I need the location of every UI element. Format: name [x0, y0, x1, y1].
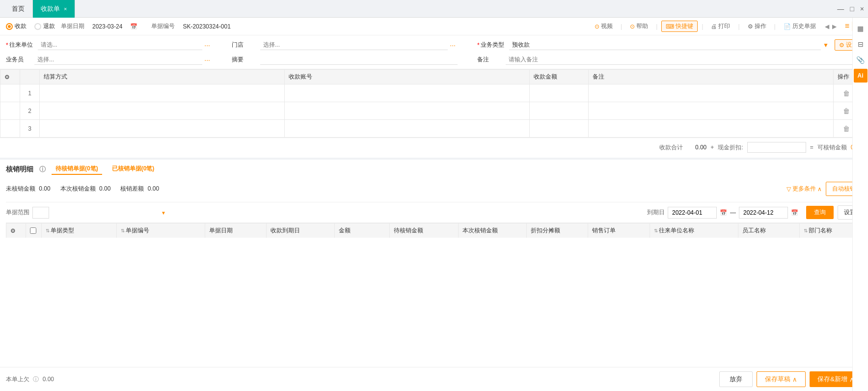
draft-btn[interactable]: 保存草稿 ∧	[757, 371, 806, 387]
print-btn[interactable]: 🖨 打印	[707, 21, 734, 31]
summary-input[interactable]	[260, 55, 458, 65]
amount-header: 收款金额	[530, 70, 589, 84]
pending-tab[interactable]: 待核销单据(0笔)	[52, 164, 102, 175]
next-arrow[interactable]: ▶	[831, 23, 838, 30]
video-icon: ⊙	[595, 23, 599, 30]
delete-row-2-icon[interactable]: 🗑	[843, 107, 850, 115]
verify-table-header: ⚙ ⇅ 单据类型 ⇅ 单据编号 单据日期 收款到期日 金额 待核销金额 本次核销…	[6, 223, 862, 238]
biz-type-input[interactable]	[509, 40, 821, 50]
staff-input[interactable]	[34, 55, 202, 65]
verify-th-current: 本次核销金额	[459, 223, 527, 238]
note-input-2[interactable]	[589, 102, 833, 119]
tab-close-icon[interactable]: ×	[64, 6, 67, 12]
verify-th-checkbox[interactable]	[26, 223, 42, 238]
verify-th-discount: 折扣分摊额	[527, 223, 589, 238]
radio-receipt-circle	[6, 23, 13, 30]
amount-input-2[interactable]	[530, 102, 588, 119]
verify-th-gear[interactable]: ⚙	[6, 223, 26, 238]
delete-row-3-icon[interactable]: 🗑	[843, 125, 850, 133]
range-select[interactable]	[32, 207, 49, 219]
settlement-input-1[interactable]	[40, 84, 284, 102]
receipt-table-section: ⚙ 结算方式 收款账号 收款金额 备注 操作	[0, 69, 868, 158]
verify-th-pending: 待核销金额	[390, 223, 458, 238]
account-input-3[interactable]	[285, 120, 529, 137]
delete-row-1-icon[interactable]: 🗑	[843, 89, 850, 97]
video-btn[interactable]: ⊙ 视频	[591, 21, 617, 31]
note-input-1[interactable]	[589, 84, 833, 102]
settlement-input-2[interactable]	[40, 102, 284, 119]
abandon-btn[interactable]: 放弃	[719, 371, 753, 387]
maximize-button[interactable]: □	[850, 5, 854, 13]
amount-input-1[interactable]	[530, 84, 588, 102]
date-to-input[interactable]	[739, 207, 788, 219]
due-date-label: 到期日	[647, 208, 665, 217]
note-input[interactable]	[506, 55, 862, 65]
prev-value: 0.00	[43, 376, 54, 383]
date-from-cal-icon[interactable]: 📅	[720, 209, 727, 216]
info-icon: ⓘ	[33, 376, 39, 383]
equals-sign: =	[810, 144, 814, 151]
radio-refund[interactable]: 退款	[34, 22, 55, 30]
sidebar-ai-icon[interactable]: Ai	[854, 69, 868, 83]
note-label: 备注	[477, 56, 502, 64]
table-row: 1 🗑 ⊕	[0, 84, 868, 102]
amount-input-3[interactable]	[530, 120, 588, 137]
partner-input[interactable]	[38, 40, 203, 50]
tab-receipt[interactable]: 收款单 ×	[33, 0, 75, 18]
range-select-wrapper	[32, 207, 170, 219]
query-btn[interactable]: 查询	[806, 206, 834, 219]
store-more-btn[interactable]: ···	[448, 41, 458, 49]
history-icon: 📄	[784, 23, 791, 30]
tab-bar: 首页 收款单 × — □ ×	[0, 0, 868, 18]
verify-info-icon[interactable]: ⓘ	[39, 165, 46, 174]
sidebar-layout-icon[interactable]: ⊟	[854, 37, 868, 51]
list-view-btn[interactable]: ≡	[843, 22, 851, 31]
account-header: 收款账号	[285, 70, 530, 84]
store-input[interactable]	[260, 40, 448, 50]
account-input-1[interactable]	[285, 84, 529, 102]
discount-input[interactable]	[747, 142, 806, 153]
close-button[interactable]: ×	[860, 5, 864, 13]
print-icon: 🖨	[711, 23, 717, 30]
settlement-input-3[interactable]	[40, 120, 284, 137]
tab-home[interactable]: 首页	[4, 0, 33, 18]
partner-more-btn[interactable]: ···	[202, 41, 212, 49]
filter-row: 单据范围 到期日 📅 — 📅 查询 设置	[6, 202, 862, 223]
verify-stats: 未核销金额 0.00 本次核销金额 0.00 核销差额 0.00 ▽ 更多条件 …	[6, 179, 862, 199]
partner-label: 往来单位	[9, 41, 34, 49]
staff-more-btn[interactable]: ···	[202, 56, 212, 64]
shortcut-btn[interactable]: ⌨ 快捷键	[661, 21, 698, 32]
receipt-table: ⚙ 结算方式 收款账号 收款金额 备注 操作	[0, 69, 868, 138]
done-tab[interactable]: 已核销单据(0笔)	[108, 164, 159, 175]
operations-icon: ⚙	[748, 23, 753, 30]
table-gear-header[interactable]: ⚙	[0, 70, 20, 84]
verify-th-sales-order: 销售订单	[588, 223, 650, 238]
draft-dropdown-icon[interactable]: ∧	[792, 376, 797, 383]
sidebar-attach-icon[interactable]: 📎	[854, 53, 868, 67]
main-container: 收款 退款 单据日期 2023-03-24 📅 单据编号 SK-20230324…	[0, 18, 868, 391]
date-picker-icon[interactable]: 📅	[130, 23, 137, 30]
toolbar-row: 收款 退款 单据日期 2023-03-24 📅 单据编号 SK-20230324…	[0, 18, 868, 35]
biz-type-dropdown-icon[interactable]: ▼	[821, 42, 831, 49]
date-to-cal-icon[interactable]: 📅	[791, 209, 798, 216]
plus-sign: +	[710, 144, 714, 151]
history-btn[interactable]: 📄 历史单据	[780, 21, 820, 31]
operations-btn[interactable]: ⚙ 操作	[744, 21, 770, 31]
verify-th-type: ⇅ 单据类型	[42, 223, 117, 238]
help-btn[interactable]: ⊙ 帮助	[626, 21, 652, 31]
note-field: 备注	[477, 55, 862, 65]
filter-icon: ▽	[787, 186, 791, 193]
note-input-3[interactable]	[589, 120, 833, 137]
chevron-up-icon: ∧	[817, 186, 822, 193]
date-from-input[interactable]	[668, 207, 717, 219]
sidebar-table-icon[interactable]: ▦	[854, 22, 868, 35]
date-range-filter: 到期日 📅 — 📅	[647, 207, 798, 219]
select-all-checkbox[interactable]	[30, 227, 36, 234]
date-label: 单据日期	[61, 22, 84, 30]
radio-receipt[interactable]: 收款	[6, 22, 27, 30]
minimize-button[interactable]: —	[837, 5, 844, 13]
more-conditions-btn[interactable]: ▽ 更多条件 ∧	[787, 185, 822, 193]
date-value: 2023-03-24	[92, 23, 122, 30]
account-input-2[interactable]	[285, 102, 529, 119]
prev-arrow[interactable]: ◀	[824, 23, 830, 30]
